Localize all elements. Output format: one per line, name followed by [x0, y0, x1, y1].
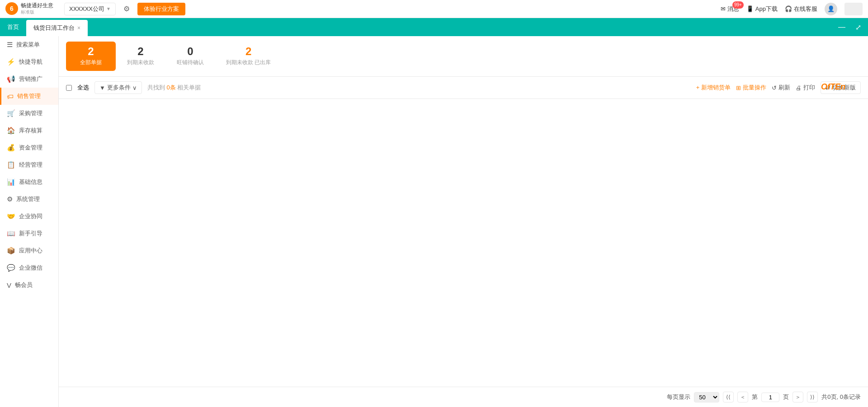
- table-empty: [59, 99, 868, 387]
- per-page-label: 每页显示: [667, 393, 690, 401]
- marketing-icon: 📢: [7, 75, 15, 83]
- sidebar-label-inventory: 库存核算: [19, 126, 42, 135]
- sidebar-item-finance[interactable]: 💰 资金管理: [0, 139, 58, 156]
- search-menu-icon: ☰: [7, 41, 13, 49]
- sidebar-item-quick[interactable]: ⚡ 快捷导航: [0, 53, 58, 70]
- app-sub: 标准版: [21, 9, 53, 15]
- top-right-actions: ✉ 消息 99+ 📱 App下载 🎧 在线客服 👤: [721, 3, 863, 15]
- home-tab-label: 首页: [7, 23, 19, 31]
- prev-page-button[interactable]: ＜: [737, 392, 748, 402]
- sidebar-item-enterprise[interactable]: 🤝 企业协同: [0, 208, 58, 225]
- stat-label-overdue: 到期未收款: [127, 59, 154, 66]
- main-content: 2 全部单据 2 到期未收款 0 旺铺待确认 2 到期未收款 已出库 全选 ▼ …: [59, 36, 868, 407]
- stat-card-overdue[interactable]: 2 到期未收款: [116, 42, 165, 71]
- next-page-button[interactable]: ＞: [793, 392, 803, 402]
- sidebar-label-quick: 快捷导航: [19, 58, 42, 66]
- top-bar: 6 畅捷通好生意 标准版 XXXXXX公司 ▼ ⚙ 体验行业方案 ✉ 消息 99…: [0, 0, 868, 18]
- username-area: [844, 3, 863, 15]
- tab-home[interactable]: 首页: [0, 18, 26, 36]
- batch-icon: ⊞: [736, 84, 741, 91]
- stat-label-all: 全部单据: [80, 59, 102, 66]
- quick-nav-icon: ⚡: [7, 58, 15, 66]
- stat-card-shipped[interactable]: 2 到期未收款 已出库: [215, 42, 282, 71]
- logo-icon: 6: [5, 2, 18, 15]
- last-page-button[interactable]: ⟩⟩: [807, 392, 818, 402]
- switch-version-button[interactable]: ⇄ 切换新版: [821, 81, 861, 94]
- table-area: [59, 99, 868, 387]
- message-button[interactable]: ✉ 消息 99+: [721, 5, 739, 13]
- tab-active[interactable]: 钱货日清工作台 ×: [26, 20, 88, 36]
- inventory-icon: 🏠: [7, 126, 15, 135]
- per-page-select[interactable]: 50 20 100: [694, 392, 719, 402]
- pagination: 每页显示 50 20 100 ⟨⟨ ＜ 第 页 ＞ ⟩⟩ 共0页, 0条记录: [59, 387, 868, 407]
- sidebar-item-marketing[interactable]: 📢 营销推广: [0, 70, 58, 88]
- trial-button[interactable]: 体验行业方案: [137, 3, 185, 15]
- tab-close-icon[interactable]: ×: [77, 25, 80, 31]
- batch-operation-button[interactable]: ⊞ 批量操作: [736, 84, 766, 92]
- sidebar-item-search[interactable]: ☰ 搜索菜单: [0, 36, 58, 53]
- tab-minimize-icon[interactable]: —: [835, 21, 848, 33]
- sidebar-item-guide[interactable]: 📖 新手引导: [0, 225, 58, 242]
- page-input[interactable]: [761, 393, 779, 402]
- select-all-checkbox[interactable]: [66, 85, 72, 91]
- avatar-icon: 👤: [827, 5, 835, 12]
- sidebar-label-enterprise: 企业协同: [19, 212, 42, 220]
- logo-area: 6 畅捷通好生意 标准版: [5, 2, 64, 15]
- sidebar-label-search: 搜索菜单: [16, 41, 40, 49]
- stat-card-wangpu[interactable]: 0 旺铺待确认: [165, 42, 215, 71]
- sidebar-label-finance: 资金管理: [19, 144, 42, 152]
- filter-button[interactable]: ▼ 更多条件 ∨: [94, 81, 142, 94]
- sidebar-item-business[interactable]: 📋 经营管理: [0, 156, 58, 173]
- sidebar-item-purchase[interactable]: 🛒 采购管理: [0, 105, 58, 122]
- sidebar-item-system[interactable]: ⚙ 系统管理: [0, 191, 58, 208]
- sidebar-item-basic[interactable]: 📊 基础信息: [0, 173, 58, 191]
- first-page-button[interactable]: ⟨⟨: [723, 392, 734, 402]
- service-label: 在线客服: [794, 5, 817, 13]
- stat-card-all[interactable]: 2 全部单据: [66, 42, 116, 71]
- page-suffix: 页: [783, 393, 789, 401]
- sidebar-item-sales[interactable]: 🏷 销售管理: [0, 88, 58, 105]
- company-selector[interactable]: XXXXXX公司 ▼: [64, 3, 116, 15]
- finance-icon: 💰: [7, 144, 15, 152]
- tab-expand-icon[interactable]: ⤢: [852, 21, 864, 33]
- sidebar-item-appstore[interactable]: 📦 应用中心: [0, 242, 58, 259]
- service-icon: 🎧: [785, 5, 792, 12]
- sidebar-label-system: 系统管理: [16, 195, 40, 203]
- sidebar-item-vip[interactable]: V 畅会员: [0, 276, 58, 294]
- app-name: 畅捷通好生意: [21, 2, 53, 9]
- vip-icon: V: [7, 281, 11, 289]
- filter-label: 更多条件: [107, 84, 131, 92]
- settings-button[interactable]: ⚙: [120, 3, 133, 15]
- tab-nav-right: — ⤢: [835, 21, 868, 33]
- stat-cards: 2 全部单据 2 到期未收款 0 旺铺待确认 2 到期未收款 已出库: [59, 36, 868, 77]
- toolbar-right: + 新增销货单 ⊞ 批量操作 ↺ 刷新 🖨 打印 ⇄ 切换新版: [696, 81, 861, 94]
- app-download-button[interactable]: 📱 App下载: [746, 5, 778, 13]
- basic-info-icon: 📊: [7, 178, 15, 186]
- enterprise-icon: 🤝: [7, 212, 15, 220]
- sidebar-label-wechat: 企业微信: [19, 264, 42, 272]
- active-tab-label: 钱货日清工作台: [33, 24, 75, 32]
- print-button[interactable]: 🖨 打印: [796, 84, 815, 92]
- stat-count-overdue: 2: [137, 45, 143, 58]
- sidebar-label-marketing: 营销推广: [19, 75, 42, 83]
- sales-icon: 🏷: [7, 93, 14, 100]
- online-service-button[interactable]: 🎧 在线客服: [785, 5, 817, 13]
- sidebar-label-business: 经营管理: [19, 161, 42, 169]
- message-icon: ✉: [721, 5, 726, 12]
- stat-count-wangpu: 0: [187, 45, 193, 58]
- stat-count-all: 2: [88, 45, 94, 58]
- refresh-icon: ↺: [772, 84, 777, 91]
- sidebar-item-wechat[interactable]: 💬 企业微信: [0, 259, 58, 276]
- print-icon: 🖨: [796, 84, 802, 91]
- appstore-icon: 📦: [7, 247, 15, 255]
- toolbar: 全选 ▼ 更多条件 ∨ 共找到 0条 相关单据 + 新增销货单 ⊞ 批量操作 ↺: [59, 77, 868, 99]
- refresh-button[interactable]: ↺ 刷新: [772, 84, 790, 92]
- sidebar-label-appstore: 应用中心: [19, 247, 42, 255]
- sidebar-item-inventory[interactable]: 🏠 库存核算: [0, 122, 58, 139]
- page-prefix: 第: [752, 393, 758, 401]
- avatar[interactable]: 👤: [825, 3, 837, 15]
- main-layout: ☰ 搜索菜单 ⚡ 快捷导航 📢 营销推广 🏷 销售管理 🛒 采购管理 🏠 库存核…: [0, 36, 868, 407]
- download-icon: 📱: [746, 5, 754, 12]
- add-sales-order-button[interactable]: + 新增销货单: [696, 84, 731, 92]
- sidebar-label-basic: 基础信息: [19, 178, 42, 186]
